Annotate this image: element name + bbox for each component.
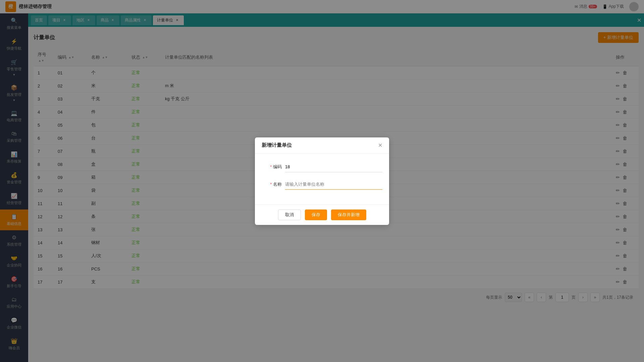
modal-body: 编码 名称 (255, 154, 389, 204)
modal-overlay: 新增计量单位 ✕ 编码 名称 取消 保存 保存并新增 (0, 0, 644, 362)
modal-close-btn[interactable]: ✕ (378, 142, 382, 148)
modal-footer: 取消 保存 保存并新增 (255, 204, 389, 225)
form-row-code: 编码 (262, 162, 382, 172)
app-container: 橙 橙林进销存管理 ✉ 消息 99+ 📱 App下载 🔍 搜索菜单 ⚡ (0, 0, 644, 362)
add-unit-modal: 新增计量单位 ✕ 编码 名称 取消 保存 保存并新增 (255, 137, 389, 225)
modal-header: 新增计量单位 ✕ (255, 137, 389, 154)
save-button[interactable]: 保存 (305, 209, 327, 220)
modal-title: 新增计量单位 (262, 142, 292, 148)
code-label: 编码 (262, 164, 285, 170)
code-input[interactable] (285, 162, 382, 172)
form-row-name: 名称 (262, 179, 382, 190)
name-input[interactable] (285, 179, 382, 190)
name-label: 名称 (262, 181, 285, 187)
cancel-button[interactable]: 取消 (278, 209, 301, 220)
save-and-new-button[interactable]: 保存并新增 (331, 209, 366, 220)
